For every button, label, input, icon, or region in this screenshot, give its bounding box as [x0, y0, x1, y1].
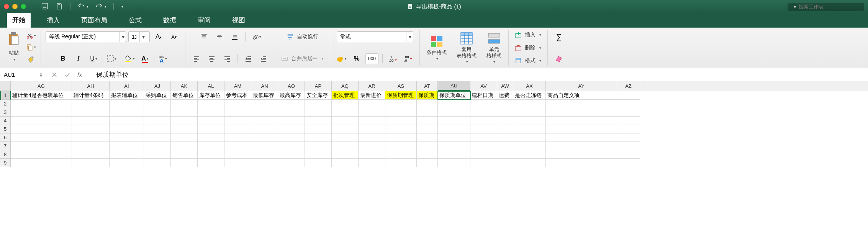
cell-AG9[interactable]: [11, 159, 72, 167]
cell-AO4[interactable]: [278, 117, 305, 125]
cell-AI6[interactable]: [110, 133, 144, 142]
cell-AG3[interactable]: [11, 108, 72, 117]
search-input[interactable]: [799, 4, 863, 10]
cell-AN7[interactable]: [251, 142, 278, 150]
cell-AL9[interactable]: [198, 159, 224, 167]
cell-AN3[interactable]: [251, 108, 278, 117]
row-header-4[interactable]: 4: [0, 117, 11, 125]
cell-AW2[interactable]: [497, 100, 513, 108]
fx-label[interactable]: fx: [77, 71, 82, 78]
cell-AV2[interactable]: [470, 100, 497, 108]
column-header-AL[interactable]: AL: [198, 81, 224, 91]
cell-AN9[interactable]: [251, 159, 278, 167]
cell-AO2[interactable]: [278, 100, 305, 108]
cell-AG2[interactable]: [11, 100, 72, 108]
cell-AL4[interactable]: [198, 117, 224, 125]
row-header-2[interactable]: 2: [0, 100, 11, 108]
cell-AU2[interactable]: [438, 100, 470, 108]
cell-AY6[interactable]: [546, 133, 617, 142]
cell-AQ8[interactable]: [332, 150, 359, 159]
cell-AO3[interactable]: [278, 108, 305, 117]
name-box-stepper[interactable]: ▲▼: [39, 72, 43, 77]
cell-AN8[interactable]: [251, 150, 278, 159]
enter-icon[interactable]: [64, 72, 70, 78]
cell-AH6[interactable]: [72, 133, 110, 142]
autosave-icon[interactable]: [41, 2, 49, 11]
cell-AU8[interactable]: [438, 150, 470, 159]
cell-AR9[interactable]: [359, 159, 385, 167]
save-icon[interactable]: [56, 2, 63, 11]
cell-AP6[interactable]: [305, 133, 332, 142]
cell-AU3[interactable]: [438, 108, 470, 117]
column-header-AW[interactable]: AW: [497, 81, 513, 91]
conditional-format-button[interactable]: 条件格式▾: [424, 34, 449, 62]
cell-AL1[interactable]: 库存单位: [198, 91, 224, 100]
align-left-button[interactable]: [190, 53, 203, 64]
cell-AN5[interactable]: [251, 125, 278, 133]
cell-AR6[interactable]: [359, 133, 385, 142]
cell-AG7[interactable]: [11, 142, 72, 150]
cell-AQ9[interactable]: [332, 159, 359, 167]
cell-AJ4[interactable]: [144, 117, 171, 125]
cell-AV6[interactable]: [470, 133, 497, 142]
cell-AW7[interactable]: [497, 142, 513, 150]
cell-AH5[interactable]: [72, 125, 110, 133]
formula-content[interactable]: 保质期单位: [96, 70, 129, 79]
cell-AH1[interactable]: 辅计量4条码: [72, 91, 110, 100]
cell-AW3[interactable]: [497, 108, 513, 117]
cell-AJ8[interactable]: [144, 150, 171, 159]
cell-AT6[interactable]: [417, 133, 438, 142]
number-format-combo[interactable]: 常规 ▾: [337, 31, 413, 42]
cell-AV1[interactable]: 建档日期: [470, 91, 497, 100]
cell-AK4[interactable]: [171, 117, 198, 125]
cell-AX1[interactable]: 是否走冻链: [513, 91, 546, 100]
column-header-AK[interactable]: AK: [171, 81, 198, 91]
cell-AM1[interactable]: 参考成本: [224, 91, 251, 100]
cell-AZ6[interactable]: [617, 133, 640, 142]
cell-AV3[interactable]: [470, 108, 497, 117]
cell-reference-input[interactable]: [4, 71, 31, 78]
cell-AM4[interactable]: [224, 117, 251, 125]
align-middle-button[interactable]: [213, 31, 226, 42]
cell-AU5[interactable]: [438, 125, 470, 133]
cell-AH3[interactable]: [72, 108, 110, 117]
cell-styles-button[interactable]: 单元 格样式▾: [484, 31, 504, 64]
delete-cells-button[interactable]: 删除▾: [513, 44, 543, 52]
cell-AU4[interactable]: [438, 117, 470, 125]
cell-AO8[interactable]: [278, 150, 305, 159]
format-cells-button[interactable]: 格式▾: [513, 56, 543, 65]
cell-AW9[interactable]: [497, 159, 513, 167]
orientation-button[interactable]: ab▾: [249, 31, 262, 42]
cell-AI8[interactable]: [110, 150, 144, 159]
cell-AM5[interactable]: [224, 125, 251, 133]
insert-cells-button[interactable]: 插入▾: [513, 31, 543, 39]
cell-AX4[interactable]: [513, 117, 546, 125]
cell-AY8[interactable]: [546, 150, 617, 159]
cell-AK8[interactable]: [171, 150, 198, 159]
cell-AP9[interactable]: [305, 159, 332, 167]
cell-AZ4[interactable]: [617, 117, 640, 125]
format-painter-button[interactable]: [26, 54, 36, 64]
fill-color-button[interactable]: ▾: [123, 53, 136, 64]
cell-AO6[interactable]: [278, 133, 305, 142]
cell-AH9[interactable]: [72, 159, 110, 167]
cell-AX3[interactable]: [513, 108, 546, 117]
cell-AX9[interactable]: [513, 159, 546, 167]
tab-data[interactable]: 数据: [158, 13, 182, 28]
cell-AK2[interactable]: [171, 100, 198, 108]
column-header-AJ[interactable]: AJ: [144, 81, 171, 91]
font-size-combo[interactable]: ▾: [128, 31, 150, 42]
cell-AW5[interactable]: [497, 125, 513, 133]
cell-AO7[interactable]: [278, 142, 305, 150]
cell-AN6[interactable]: [251, 133, 278, 142]
row-header-1[interactable]: 1: [1, 91, 11, 100]
column-header-AV[interactable]: AV: [470, 81, 497, 91]
cell-AX8[interactable]: [513, 150, 546, 159]
cell-AS1[interactable]: 保质期管理: [385, 91, 417, 100]
cell-AN1[interactable]: 最低库存: [251, 91, 278, 100]
cell-AQ6[interactable]: [332, 133, 359, 142]
cell-AZ1[interactable]: [617, 91, 640, 100]
align-center-button[interactable]: [205, 53, 218, 64]
italic-button[interactable]: I: [72, 53, 85, 64]
column-header-AZ[interactable]: AZ: [617, 81, 640, 91]
